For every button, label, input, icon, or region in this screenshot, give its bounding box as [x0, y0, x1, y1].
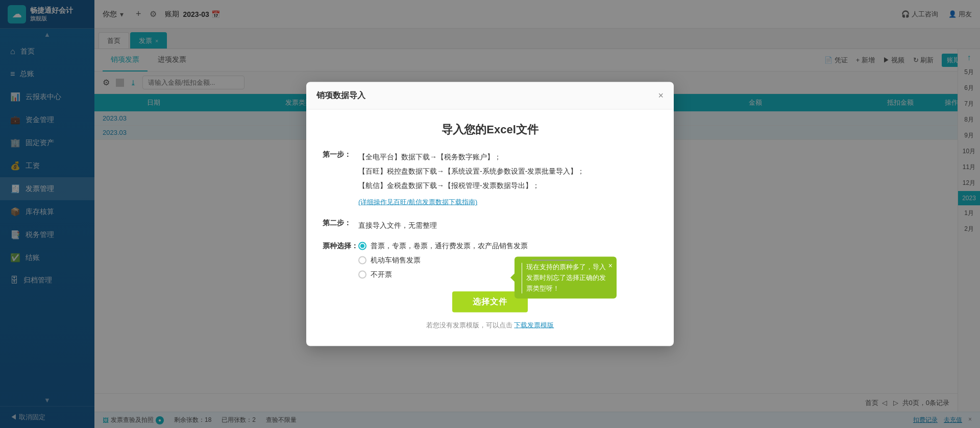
tooltip-line — [532, 260, 578, 261]
ticket-type-section: 票种选择： 普票，专票，卷票，通行费发票，农产品销售发票 机动车销售发票 — [323, 242, 657, 279]
tooltip-bar-decoration — [522, 263, 522, 294]
step2-content: 直接导入文件，无需整理 — [358, 218, 437, 232]
dialog-close-button[interactable]: × — [658, 90, 664, 101]
dialog-body: 导入您的Excel文件 第一步： 【全电平台】数据下载→【税务数字账户】； 【百… — [306, 110, 674, 346]
step1-content: 【全电平台】数据下载→【税务数字账户】； 【百旺】税控盘数据下载→【系统设置-系… — [358, 150, 584, 209]
radio-dot-normal — [360, 244, 364, 248]
step1-label: 第一步： — [323, 150, 358, 159]
radio-noticket[interactable]: 不开票 — [358, 270, 528, 279]
tooltip-close-button[interactable]: × — [608, 260, 612, 271]
dialog-footer: 若您没有发票模版，可以点击 下载发票模版 — [323, 321, 657, 330]
tooltip-dot — [574, 258, 579, 263]
step1-line-3: 【航信】金税盘数据下载→【报税管理-发票数据导出】； — [358, 178, 584, 193]
dialog-title: 销项数据导入 — [316, 90, 365, 101]
step-1: 第一步： 【全电平台】数据下载→【税务数字账户】； 【百旺】税控盘数据下载→【系… — [323, 150, 657, 209]
radio-motor[interactable]: 机动车销售发票 — [358, 256, 528, 265]
radio-circle-noticket — [358, 271, 366, 279]
tooltip-text: 现在支持的票种多了，导入发票时别忘了选择正确的发票类型呀！ — [526, 262, 609, 294]
guide-link[interactable]: (详细操作见百旺/航信发票数据下载指南) — [358, 198, 477, 206]
step1-line-2: 【百旺】税控盘数据下载→【系统设置-系统参数设置-发票批量导入】； — [358, 164, 584, 178]
download-template-link[interactable]: 下载发票模版 — [514, 321, 554, 329]
dialog-main-title: 导入您的Excel文件 — [323, 122, 657, 137]
import-dialog: 销项数据导入 × 导入您的Excel文件 第一步： 【全电平台】数据下载→【税务… — [306, 82, 674, 346]
radio-options: 普票，专票，卷票，通行费发票，农产品销售发票 机动车销售发票 不 — [358, 242, 528, 279]
step-2: 第二步： 直接导入文件，无需整理 — [323, 218, 657, 232]
step2-label: 第二步： — [323, 219, 358, 228]
radio-circle-motor — [358, 256, 366, 265]
tooltip-bubble: × 现在支持的票种多了，导入发票时别忘了选择正确的发票类型呀！ — [514, 257, 617, 299]
radio-section-label: 票种选择： — [323, 242, 358, 251]
radio-normal[interactable]: 普票，专票，卷票，通行费发票，农产品销售发票 — [358, 242, 528, 251]
dialog-header: 销项数据导入 × — [306, 82, 674, 110]
radio-circle-normal — [358, 242, 366, 250]
step1-line-1: 【全电平台】数据下载→【税务数字账户】； — [358, 150, 584, 164]
